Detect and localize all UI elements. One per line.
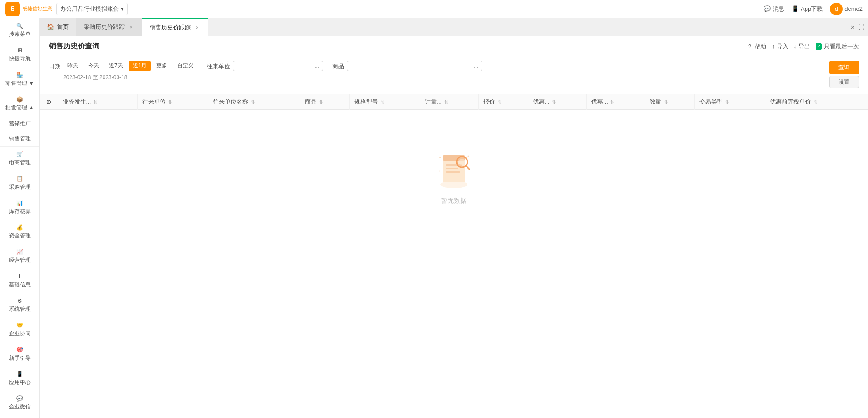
sidebar-item-new-user-guide[interactable]: 🎯 新手引导	[0, 342, 39, 366]
sidebar-item-system-mgmt[interactable]: ⚙ 系统管理	[0, 293, 39, 318]
sidebar-item-label: 搜索菜单	[9, 30, 31, 38]
svg-rect-4	[446, 168, 458, 169]
only-last-checkbox[interactable]: ✓	[816, 43, 822, 50]
empty-illustration	[431, 146, 476, 191]
import-label: 导入	[777, 43, 788, 51]
home-icon: 🏠	[47, 24, 54, 30]
sidebar-item-retail-mgmt[interactable]: 🏪 零售管理 ▼	[0, 67, 39, 92]
message-action[interactable]: 💬 消息	[764, 5, 784, 13]
sidebar-item-finance-mgmt[interactable]: 💰 资金管理	[0, 220, 39, 244]
empty-state: 暂无数据	[40, 110, 868, 241]
sort-icon-product: ⇅	[319, 100, 323, 104]
purchase-icon: 📋	[16, 176, 23, 182]
tab-label: 销售历史价跟踪	[150, 24, 191, 32]
product-input[interactable]: ...	[347, 61, 482, 71]
sidebar-item-enterprise-wechat[interactable]: 💬 企业微信	[0, 391, 39, 415]
import-btn[interactable]: ↑ 导入	[772, 43, 788, 51]
col-spec-label: 规格型号	[354, 98, 378, 105]
tab-close-sales[interactable]: ×	[193, 24, 201, 31]
sidebar-item-label: 资金管理	[9, 232, 31, 240]
col-pretax-price-label: 优惠前无税单价	[770, 98, 811, 105]
app-selector-label: 办公用品行业模拟账套	[60, 5, 119, 13]
only-last-checkbox-label[interactable]: ✓ 只看最后一次	[816, 43, 859, 51]
tab-close-purchase[interactable]: ×	[127, 24, 135, 31]
maximize-icon[interactable]: ⛶	[858, 24, 864, 31]
date-range-display: 2023-02-18 至 2023-03-18	[63, 74, 198, 81]
sidebar-item-ecom-mgmt[interactable]: 🛒 电商管理	[0, 146, 39, 171]
app-selector[interactable]: 办公用品行业模拟账套 ▾	[56, 3, 128, 15]
content-area: 🏠 首页 采购历史价跟踪 × 销售历史价跟踪 × × ⛶ 销售历史价查询	[40, 18, 868, 418]
col-trade-type-label: 交易类型	[699, 98, 723, 105]
col-quote[interactable]: 报价 ⇅	[479, 94, 528, 110]
date-btn-custom[interactable]: 自定义	[173, 61, 198, 71]
user-action[interactable]: d demo2	[830, 3, 863, 15]
sidebar-item-label: 库存核算	[9, 208, 31, 215]
filter-bar: 日期 昨天 今天 近7天 近1月 更多 自定义 2023-02-18 至 202…	[40, 55, 868, 94]
export-icon: ↓	[794, 43, 797, 50]
source-unit-filter-group: 往来单位 ...	[207, 61, 323, 71]
sidebar-item-purchase-mgmt[interactable]: 📋 采购管理	[0, 171, 39, 195]
col-quantity[interactable]: 数量 ⇅	[645, 94, 694, 110]
tab-home[interactable]: 🏠 首页	[40, 18, 76, 36]
col-discount2[interactable]: 优惠... ⇅	[586, 94, 645, 110]
sidebar-item-label: 企业协同	[9, 330, 31, 337]
col-partner[interactable]: 往来单位 ⇅	[137, 94, 208, 110]
sidebar-item-search-menu[interactable]: 🔍 搜索菜单	[0, 18, 39, 43]
tab-purchase-history[interactable]: 采购历史价跟踪 ×	[76, 18, 142, 36]
date-btn-7days[interactable]: 近7天	[105, 61, 127, 71]
system-icon: ⚙	[17, 298, 22, 304]
avatar: d	[830, 3, 843, 15]
date-filter-options: 昨天 今天 近7天 近1月 更多 自定义 2023-02-18 至 2023-0…	[63, 61, 198, 81]
sidebar-item-ops-mgmt[interactable]: 📈 经营管理	[0, 244, 39, 269]
sidebar-item-label: 批发管理 ▲	[5, 104, 34, 112]
col-discount1[interactable]: 优惠... ⇅	[528, 94, 586, 110]
date-btn-yesterday[interactable]: 昨天	[63, 61, 82, 71]
sidebar-item-inventory-check[interactable]: 📊 库存核算	[0, 195, 39, 220]
col-partner-name[interactable]: 往来单位名称 ⇅	[208, 94, 300, 110]
sort-icon-biz-date: ⇅	[94, 100, 97, 104]
export-btn[interactable]: ↓ 导出	[794, 43, 811, 51]
guide-icon: 🎯	[16, 347, 23, 353]
sidebar-item-enterprise-collab[interactable]: 🤝 企业协同	[0, 318, 39, 342]
sidebar-item-label: 零售管理 ▼	[5, 80, 34, 87]
sidebar: 🔍 搜索菜单 ⊞ 快捷导航 🏪 零售管理 ▼ 📦 批发管理 ▲ 营销推广 销售管…	[0, 18, 40, 418]
col-spec[interactable]: 规格型号 ⇅	[349, 94, 420, 110]
setting-button[interactable]: 设置	[829, 76, 859, 88]
query-button[interactable]: 查询	[829, 61, 859, 74]
col-unit[interactable]: 计量... ⇅	[420, 94, 479, 110]
date-btn-1month[interactable]: 近1月	[129, 61, 151, 71]
sidebar-item-app-center[interactable]: 📱 应用中心	[0, 366, 39, 391]
top-bar: 6 畅捷信好生意 办公用品行业模拟账套 ▾ 💬 消息 📱 App下载 d dem…	[0, 0, 868, 18]
ecom-icon: 🛒	[16, 151, 23, 157]
source-unit-input[interactable]: ...	[233, 61, 323, 71]
sidebar-item-member[interactable]: 👑 畅会员	[0, 415, 39, 418]
app-icon: 📱	[16, 371, 23, 377]
col-biz-date[interactable]: 业务发生... ⇅	[58, 94, 137, 110]
sidebar-item-label: 企业微信	[9, 403, 31, 411]
close-all-tabs-icon[interactable]: ×	[851, 24, 854, 31]
sidebar-sub-marketing[interactable]: 营销推广	[0, 116, 39, 131]
date-btn-more[interactable]: 更多	[152, 61, 171, 71]
sidebar-item-label: 新手引导	[9, 354, 31, 362]
sidebar-item-basic-info[interactable]: ℹ 基础信息	[0, 269, 39, 293]
tab-sales-history[interactable]: 销售历史价跟踪 ×	[142, 18, 208, 36]
col-pretax-price[interactable]: 优惠前无税单价 ⇅	[765, 94, 868, 110]
export-label: 导出	[798, 43, 810, 51]
col-biz-date-label: 业务发生...	[63, 98, 91, 105]
col-trade-type[interactable]: 交易类型 ⇅	[694, 94, 765, 110]
data-table: ⚙ 业务发生... ⇅ 往来单位 ⇅ 往来单位名称	[40, 94, 868, 110]
col-product[interactable]: 商品 ⇅	[300, 94, 349, 110]
basic-icon: ℹ	[19, 273, 21, 280]
app-download-action[interactable]: 📱 App下载	[792, 5, 823, 13]
svg-point-11	[439, 171, 440, 172]
col-settings[interactable]: ⚙	[40, 94, 58, 110]
sidebar-item-wholesale-mgmt[interactable]: 📦 批发管理 ▲	[0, 92, 39, 116]
help-btn[interactable]: ？ 帮助	[747, 43, 766, 51]
avatar-initials: d	[835, 6, 838, 12]
svg-rect-3	[446, 164, 462, 166]
help-label: 帮助	[755, 43, 766, 51]
col-unit-label: 计量...	[425, 98, 442, 105]
sidebar-item-quick-nav[interactable]: ⊞ 快捷导航	[0, 43, 39, 67]
sidebar-sub-sales-mgmt[interactable]: 销售管理	[0, 131, 39, 146]
date-btn-today[interactable]: 今天	[84, 61, 103, 71]
